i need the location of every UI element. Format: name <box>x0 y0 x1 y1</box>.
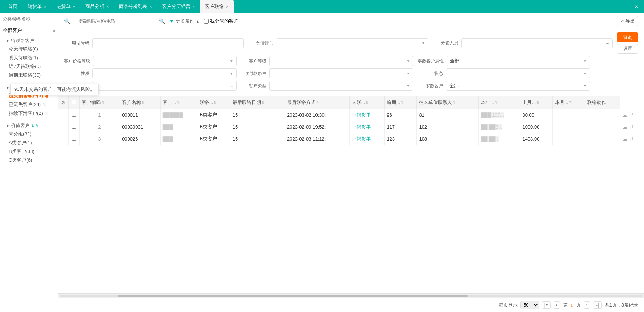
row-this-month <box>585 133 620 145</box>
row-contact-count: 15 <box>230 133 285 145</box>
filter-customer-type: 客户类型 ▼ <box>241 81 414 91</box>
sort-icon[interactable]: ⇅ <box>177 101 180 104</box>
sort-icon[interactable]: ⇅ <box>536 101 539 104</box>
first-page-button[interactable]: |« <box>542 301 551 309</box>
payment-select[interactable]: ▼ <box>269 68 414 78</box>
close-icon[interactable]: × <box>193 4 195 9</box>
area-select[interactable]: ··· <box>93 81 237 91</box>
sidebar-item-overdue-pending[interactable]: 逾期未联络(30) <box>0 71 58 80</box>
row-checkbox[interactable] <box>72 136 76 141</box>
filter-search-input[interactable] <box>75 17 154 25</box>
sidebar-item-ungrouped[interactable]: 未分组(32) <box>0 130 58 138</box>
sidebar-all-customers[interactable]: 全部客户 « <box>0 25 58 36</box>
row-name: ███ <box>160 121 197 133</box>
sort-icon[interactable]: ⇅ <box>214 101 217 104</box>
col-gear[interactable]: ⚙ <box>58 96 68 109</box>
search-button-icon[interactable]: 🔍 <box>159 18 165 24</box>
chevron-down-icon: ▼ <box>422 41 425 45</box>
tab-sales-order[interactable]: 销货单 × <box>23 0 51 13</box>
refresh-icon[interactable]: ↻ <box>31 123 35 128</box>
sidebar-item-today-pending[interactable]: 今天待联络(0) <box>0 45 58 53</box>
sidebar-item-tomorrow-pending[interactable]: 明天待联络(1) <box>0 53 58 62</box>
tab-customer-contact[interactable]: 客户联络 × <box>200 0 233 13</box>
my-customers-checkbox-label[interactable]: 我分管的客户 <box>204 18 238 24</box>
sort-icon[interactable]: ⇅ <box>401 101 404 104</box>
sidebar-item-declining[interactable]: 持续下滑客户(2) ⓘ <box>0 109 58 118</box>
collapse-icon[interactable]: « <box>53 28 55 33</box>
contact-icon[interactable]: ☁ <box>623 136 627 142</box>
more-action-icon[interactable]: ⠿ <box>630 136 633 142</box>
col-checkbox[interactable] <box>68 96 79 109</box>
sidebar-item-class-b[interactable]: B类客户(33) <box>0 147 58 156</box>
close-icon[interactable]: × <box>73 4 75 9</box>
sidebar-group-pending[interactable]: ▼ 待联络客户 <box>0 36 58 45</box>
sidebar-item-week-pending[interactable]: 近7天待联络(0) <box>0 62 58 71</box>
settings-button[interactable]: 设置 <box>617 44 638 54</box>
sidebar-search-input[interactable] <box>3 16 57 21</box>
tab-home[interactable]: 首页 <box>3 0 23 13</box>
scrollbar-thumb[interactable] <box>118 295 467 297</box>
query-button[interactable]: 查询 <box>617 32 638 42</box>
sort-icon[interactable]: ⇅ <box>453 101 456 104</box>
row-checkbox[interactable] <box>72 124 76 129</box>
tab-customer-tier[interactable]: 客户分层经营 × <box>157 0 200 13</box>
sidebar-item-class-c[interactable]: C类客户(6) <box>0 156 58 165</box>
row-num: 1 <box>79 109 120 121</box>
more-conditions-button[interactable]: ▼ 更多条件 ▲ <box>169 18 200 24</box>
sort-icon[interactable]: ⇅ <box>101 101 104 104</box>
tab-purchase-order[interactable]: 进货单 × <box>51 0 80 13</box>
zero-customer-select[interactable]: 全部 ▼ <box>446 81 590 91</box>
sort-icon[interactable]: ⇅ <box>262 101 265 104</box>
edit-icon[interactable]: ✎ <box>35 123 39 128</box>
my-customers-checkbox[interactable] <box>204 19 209 24</box>
select-all-checkbox[interactable] <box>72 100 76 104</box>
row-this-month <box>585 121 620 133</box>
row-action: ☁ ⠿ <box>620 121 644 133</box>
property-select[interactable]: ▼ <box>92 68 237 78</box>
horizontal-scrollbar[interactable] <box>58 293 644 298</box>
tab-product-analysis-list[interactable]: 商品分析列表 × <box>114 0 157 13</box>
customer-type-select[interactable]: ▼ <box>269 81 414 91</box>
sort-icon[interactable]: ⇅ <box>142 101 145 104</box>
sidebar-item-class-a[interactable]: A类客户(1) <box>0 138 58 147</box>
more-action-icon[interactable]: ⠿ <box>630 112 633 118</box>
tab-product-analysis[interactable]: 商品分析 × <box>80 0 114 13</box>
row-last-method: 下销货单 <box>349 121 385 133</box>
sort-icon[interactable]: ⇅ <box>495 101 498 104</box>
customer-level-select[interactable]: ▼ <box>269 56 414 66</box>
per-page-select[interactable]: 50 100 200 <box>520 301 539 309</box>
last-page-button[interactable]: »| <box>593 301 602 309</box>
window-close-button[interactable]: × <box>632 3 641 10</box>
sidebar-search-area: 🔍 <box>0 13 58 25</box>
row-no-contact: 96 <box>385 109 417 121</box>
close-icon[interactable]: × <box>44 4 46 9</box>
phone-input[interactable] <box>92 38 244 48</box>
sidebar-item-churned[interactable]: 已流失客户(24) ⓘ <box>0 100 58 109</box>
close-icon[interactable]: × <box>226 4 228 9</box>
row-checkbox[interactable] <box>72 112 76 117</box>
sidebar-group-value[interactable]: ▼ 价值客户 ↻ ✎ <box>0 121 58 130</box>
export-button[interactable]: ↗ 导出 <box>617 16 638 26</box>
close-icon[interactable]: × <box>106 4 109 9</box>
next-page-button[interactable]: › <box>584 301 590 309</box>
col-type: 客户... ⇅ <box>160 96 197 109</box>
price-level-select[interactable]: ▼ <box>93 56 237 66</box>
prev-page-button[interactable]: ‹ <box>554 301 560 309</box>
row-gear <box>58 133 68 145</box>
more-action-icon[interactable]: ⠿ <box>630 124 633 130</box>
more-icon[interactable]: ··· <box>605 40 609 46</box>
zero-attr-select[interactable]: 全部 ▼ <box>447 56 590 66</box>
sort-icon[interactable]: ⇅ <box>316 101 319 104</box>
status-select[interactable]: ▼ <box>446 68 590 78</box>
dept-select[interactable]: ▼ <box>277 38 428 48</box>
sort-icon[interactable]: ⇅ <box>366 101 369 104</box>
contact-icon[interactable]: ☁ <box>623 124 627 130</box>
manager-select[interactable]: ··· <box>461 38 613 48</box>
row-contact-count: 15 <box>230 121 285 133</box>
more-icon[interactable]: ··· <box>229 83 233 89</box>
gear-icon[interactable]: ⚙ <box>61 100 65 105</box>
contact-icon[interactable]: ☁ <box>623 112 627 118</box>
row-no-contact: 123 <box>385 133 417 145</box>
close-icon[interactable]: × <box>149 4 152 9</box>
sort-icon[interactable]: ⇅ <box>569 101 572 104</box>
